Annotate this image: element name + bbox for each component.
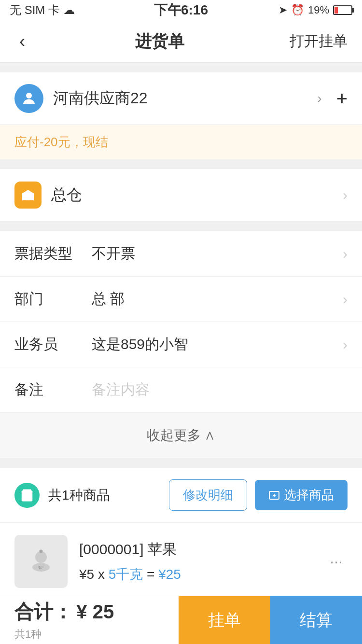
- alarm-icon: ⏰: [291, 4, 304, 16]
- svg-text:智+: 智+: [38, 565, 44, 570]
- edit-detail-button[interactable]: 修改明细: [169, 479, 247, 511]
- warehouse-section: 总仓 ›: [0, 169, 362, 222]
- product-price-row: ¥5 x 5千克 = ¥25: [79, 565, 325, 584]
- svg-rect-1: [26, 196, 30, 200]
- product-subtotal: ¥25: [158, 567, 181, 582]
- product-equals: =: [147, 567, 158, 582]
- bottom-bar: 合计： ¥ 25 共1种 挂单 结算: [0, 596, 362, 644]
- product-icon-bg: [14, 483, 40, 508]
- total-amount: ¥ 25: [76, 601, 114, 622]
- warehouse-icon-bg: [14, 182, 42, 209]
- product-quantity: 5千克: [109, 567, 143, 582]
- section-gap-4: [0, 458, 362, 468]
- warehouse-row[interactable]: 总仓 ›: [0, 169, 362, 222]
- warehouse-chevron-icon: ›: [343, 187, 348, 203]
- section-gap-2: [0, 159, 362, 169]
- bottom-total: 合计： ¥ 25 共1种: [0, 596, 179, 644]
- product-count: 共1种商品: [48, 486, 169, 504]
- warehouse-name: 总仓: [51, 184, 343, 206]
- product-header: 共1种商品 修改明细 选择商品: [0, 468, 362, 522]
- remark-input[interactable]: 备注内容: [82, 380, 348, 400]
- product-code: [0000001]: [79, 541, 148, 557]
- sim-status: 无 SIM 卡 ☁: [10, 2, 75, 18]
- supplier-row[interactable]: 河南供应商22 › +: [0, 72, 362, 125]
- cart-icon: [20, 488, 34, 503]
- status-bar: 无 SIM 卡 ☁ 下午6:16 ➤ ⏰ 19%: [0, 0, 362, 20]
- agent-label: 业务员: [14, 335, 82, 354]
- page-title: 进货单: [135, 30, 184, 53]
- status-right: ➤ ⏰ 19%: [278, 4, 352, 16]
- warehouse-icon: [20, 187, 36, 203]
- supplier-chevron-icon: ›: [317, 91, 321, 106]
- collapse-button[interactable]: 收起更多 ∧: [0, 413, 362, 458]
- section-gap-3: [0, 222, 362, 231]
- nav-bar: ‹ 进货单 打开挂单: [0, 20, 362, 63]
- product-unit-price: ¥5 x: [79, 567, 109, 582]
- suspend-button[interactable]: 挂单: [179, 596, 270, 644]
- total-amount-display: 合计： ¥ 25: [14, 599, 164, 625]
- battery-icon: [333, 5, 352, 15]
- remark-label: 备注: [14, 380, 82, 400]
- back-button[interactable]: ‹: [14, 27, 30, 56]
- product-name: [0000001] 苹果: [79, 540, 325, 560]
- status-time: 下午6:16: [154, 1, 208, 19]
- form-section: 票据类型 不开票 › 部门 总 部 › 业务员 这是859的小智 › 备注 备注…: [0, 231, 362, 413]
- ticket-type-row[interactable]: 票据类型 不开票 ›: [0, 231, 362, 277]
- add-supplier-button[interactable]: +: [336, 88, 348, 110]
- agent-value: 这是859的小智: [82, 335, 343, 354]
- location-icon: ➤: [278, 4, 287, 16]
- product-default-icon: 智+: [27, 547, 56, 576]
- department-label: 部门: [14, 289, 82, 309]
- department-value: 总 部: [82, 289, 343, 309]
- department-row[interactable]: 部门 总 部 ›: [0, 277, 362, 322]
- svg-point-8: [39, 549, 42, 553]
- svg-point-0: [26, 93, 32, 98]
- ticket-type-label: 票据类型: [14, 244, 82, 264]
- supplier-avatar: [14, 84, 43, 113]
- agent-row[interactable]: 业务员 这是859的小智 ›: [0, 322, 362, 367]
- product-thumbnail: 智+: [14, 535, 68, 588]
- total-count: 共1种: [14, 627, 164, 642]
- agent-chevron-icon: ›: [343, 336, 348, 353]
- ticket-type-chevron-icon: ›: [343, 246, 348, 262]
- ticket-type-value: 不开票: [82, 244, 343, 264]
- supplier-notice: 应付-20元，现结: [0, 125, 362, 159]
- open-suspend-button[interactable]: 打开挂单: [290, 31, 348, 51]
- checkout-button[interactable]: 结算: [270, 596, 362, 644]
- person-icon: [20, 90, 38, 107]
- supplier-section: 河南供应商22 › + 应付-20元，现结: [0, 72, 362, 159]
- status-left: 无 SIM 卡 ☁: [10, 2, 75, 18]
- product-more-button[interactable]: ···: [325, 548, 348, 575]
- product-title: 苹果: [148, 541, 177, 557]
- department-chevron-icon: ›: [343, 291, 348, 308]
- battery-percent: 19%: [308, 4, 329, 16]
- supplier-name: 河南供应商22: [53, 88, 317, 109]
- select-product-button[interactable]: 选择商品: [255, 480, 348, 510]
- product-info: [0000001] 苹果 ¥5 x 5千克 = ¥25: [79, 540, 325, 584]
- select-product-icon: [268, 490, 280, 501]
- remark-row[interactable]: 备注 备注内容: [0, 367, 362, 413]
- product-item: 智+ [0000001] 苹果 ¥5 x 5千克 = ¥25 ···: [0, 523, 362, 600]
- section-gap-1: [0, 63, 362, 72]
- select-product-label: 选择商品: [284, 487, 334, 504]
- total-label: 合计：: [14, 601, 72, 622]
